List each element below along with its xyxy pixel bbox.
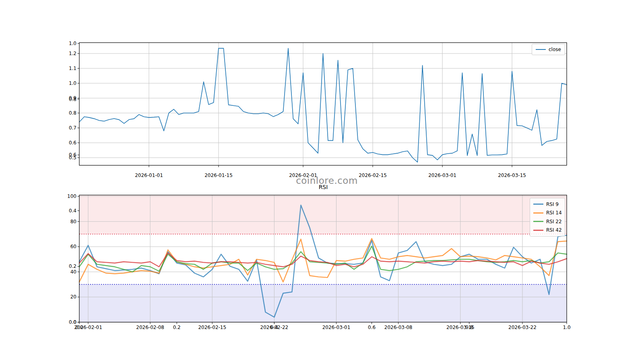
- overlay-y-tick-label: 0.2: [69, 263, 76, 269]
- series-line-close: [79, 48, 567, 162]
- x-tick-label: 2026-01-01: [135, 173, 163, 178]
- y-tick-label: 0.8: [69, 110, 76, 116]
- oversold-band: [79, 284, 567, 322]
- y-tick-label: 0.7: [69, 125, 76, 131]
- x-tick-label: 2026-02-08: [136, 325, 164, 330]
- y-tick-label: 40: [70, 269, 76, 275]
- overlay-y-tick-label: 0.0: [69, 319, 76, 325]
- overlay-y-tick-label: 0.8: [69, 97, 76, 102]
- x-tick-label: 2026-03-15: [498, 173, 526, 178]
- legend-row-close: close: [536, 45, 561, 54]
- y-tick-label: 60: [70, 244, 76, 249]
- x-tick-label: 2026-02-15: [198, 325, 226, 330]
- rsi42-line-swatch: [533, 230, 543, 231]
- rsi22-line-swatch: [533, 221, 543, 222]
- rsi9-line-swatch: [533, 204, 543, 205]
- legend-label-close: close: [549, 47, 561, 52]
- x-tick-label: 2026-03-22: [508, 325, 537, 330]
- overlay-y-tick-label: 1.0: [69, 41, 76, 46]
- overlay-x-tick-label: 0.4: [270, 325, 278, 330]
- legend-row-rsi22: RSI 22: [533, 217, 565, 226]
- legend-row-rsi9: RSI 9: [533, 200, 565, 209]
- overlay-x-tick-label: 0.0: [75, 325, 83, 330]
- overlay-x-tick-label: 1.0: [563, 325, 570, 330]
- axes-spines: [79, 43, 567, 165]
- x-tick-label: 2026-02-15: [359, 173, 387, 178]
- y-tick-label: 80: [70, 219, 76, 224]
- x-tick-label: 2026-03-01: [322, 325, 351, 330]
- rsi-legend: RSI 9 RSI 14 RSI 22 RSI 42: [530, 198, 565, 237]
- x-tick-label: 2026-03-01: [428, 173, 456, 178]
- overlay-x-tick-label: 0.2: [173, 325, 181, 330]
- overlay-y-tick-label: 0.6: [69, 152, 76, 158]
- y-tick-label: 1.0: [69, 80, 76, 86]
- rsi-chart-title: RSI: [319, 184, 328, 190]
- price-legend: close: [532, 44, 565, 55]
- legend-label-rsi9: RSI 9: [546, 202, 559, 207]
- overlay-y-tick-label: 0.4: [69, 208, 76, 214]
- x-tick-label: 2026-01-15: [204, 173, 233, 178]
- legend-row-rsi14: RSI 14: [533, 209, 565, 218]
- overlay-x-tick-label: 0.8: [465, 325, 473, 330]
- y-tick-label: 1.1: [69, 66, 76, 71]
- y-tick-label: 1.2: [69, 51, 76, 56]
- y-tick-label: 20: [70, 294, 76, 300]
- close-line-swatch: [536, 49, 546, 50]
- figure: 2026-01-012026-01-152026-02-012026-02-15…: [0, 0, 644, 362]
- legend-row-rsi42: RSI 42: [533, 226, 565, 235]
- legend-label-rsi42: RSI 42: [546, 227, 562, 233]
- legend-label-rsi14: RSI 14: [546, 210, 562, 216]
- y-tick-label: 0.6: [69, 140, 76, 146]
- x-tick-label: 2026-03-08: [384, 325, 413, 330]
- y-tick-label: 100: [67, 193, 76, 199]
- overlay-x-tick-label: 0.6: [368, 325, 376, 330]
- overbought-band: [79, 195, 567, 234]
- rsi14-line-swatch: [533, 212, 543, 214]
- legend-label-rsi22: RSI 22: [546, 219, 562, 224]
